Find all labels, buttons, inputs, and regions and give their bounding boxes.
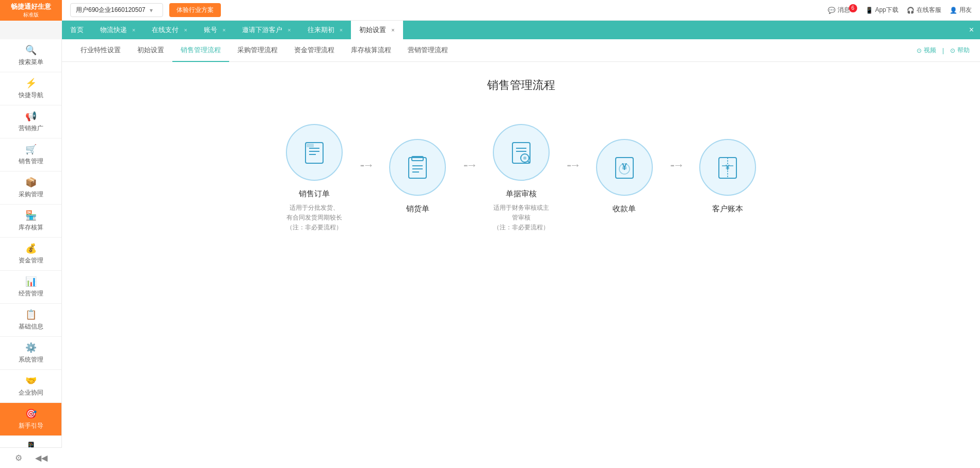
settings-icon[interactable]: ⚙ [15,453,22,463]
sidebar-label-finance: 资金管理 [19,256,43,265]
user-item[interactable]: 👤 用友 [950,6,972,14]
tab-close-icon[interactable]: × [222,27,226,33]
flow-label-receipt: 收款单 [613,204,636,214]
sidebar-bottom: ⚙ ◀◀ [0,447,62,468]
flow-diagram: 销售订单适用于分批发货、 有合同发货周期较长 （注：非必要流程）···→ 销货单… [83,124,959,233]
svg-point-15 [523,157,526,160]
flow-item-receipt[interactable]: ¥ 收款单 [583,139,666,218]
sidebar-item-finance[interactable]: 💰资金管理 [0,238,61,271]
close-all-tabs[interactable]: × [963,21,980,39]
flow-label-doc_audit: 单据审核 [506,189,537,199]
nav-tab-logistics[interactable]: 物流快递× [92,21,143,39]
nav-tab-period[interactable]: 往来期初× [299,21,351,39]
user-selector[interactable]: 用户690企业1660120507 ▾ [70,3,163,17]
operations-icon: 📊 [25,276,37,287]
video-icon: ⊙ [917,47,922,54]
collapse-icon[interactable]: ◀◀ [35,453,47,463]
flow-desc-doc_audit: 适用于财务审核或主 管审核 （注：非必要流程） [493,203,549,233]
sub-tab-finance_flow[interactable]: 资金管理流程 [286,39,343,62]
sidebar-item-inventory[interactable]: 🏪库存核算 [0,205,61,238]
sidebar-item-marketing[interactable]: 📢营销推广 [0,105,61,138]
logo: 畅捷通好生意 标准版 [0,0,62,21]
flow-item-sales_delivery[interactable]: 销货单 [376,139,459,218]
app-icon: 📱 [865,7,873,14]
sub-tabs-right: ⊙ 视频 | ⊙ 帮助 [917,46,970,55]
tab-close-icon[interactable]: × [391,27,394,33]
sales-icon: 🛒 [25,144,37,155]
sub-tab-inventory_flow[interactable]: 库存核算流程 [343,39,399,62]
sidebar-item-sales[interactable]: 🛒销售管理 [0,138,61,171]
sidebar-label-search: 搜索菜单 [19,58,43,67]
dropdown-arrow: ▾ [150,7,153,14]
system-icon: ⚙️ [25,342,37,353]
messages-badge: 6 [849,4,857,12]
sidebar-item-operations[interactable]: 📊经营管理 [0,271,61,304]
sidebar-label-baseinfo: 基础信息 [19,322,43,331]
flow-arrow-2: ···→ [463,159,475,198]
trial-button[interactable]: 体验行业方案 [169,3,221,17]
nav-tab-home[interactable]: 首页 [62,21,92,39]
purchase-icon: 📦 [25,177,37,188]
messages-label: 消息 [838,6,850,14]
video-link[interactable]: ⊙ 视频 [917,46,936,55]
sidebar-item-search[interactable]: 🔍搜索菜单 [0,39,61,72]
online-service-item[interactable]: 🎧 在线客服 [907,6,941,14]
help-link[interactable]: ⊙ 帮助 [950,46,970,55]
sidebar-label-purchase: 采购管理 [19,190,43,199]
sidebar-item-system[interactable]: ⚙️系统管理 [0,337,61,370]
help-icon: ⊙ [950,47,955,54]
inventory-icon: 🏪 [25,210,37,221]
sidebar-label-quicknav: 快捷导航 [19,91,43,100]
flow-item-customer_ledger[interactable]: ¥ 客户账本 [686,139,769,218]
message-icon: 💬 [828,7,836,14]
svg-text:¥: ¥ [622,162,627,172]
flow-item-sales_order[interactable]: 销售订单适用于分批发货、 有合同发货周期较长 （注：非必要流程） [273,124,356,233]
nav-tab-payment[interactable]: 在线支付× [143,21,195,39]
sidebar-item-enterprise[interactable]: 🤝企业协同 [0,370,61,403]
sub-tab-marketing_flow[interactable]: 营销管理流程 [399,39,456,62]
enterprise-icon: 🤝 [25,375,37,386]
sidebar-label-sales: 销售管理 [19,157,43,166]
divider: | [942,47,944,54]
flow-label-sales_delivery: 销货单 [406,204,429,214]
page-body: 销售管理流程 销售订单适用于分批发货、 有合同发货周期较长 （注：非必要流程）·… [62,62,980,248]
top-bar: 畅捷通好生意 标准版 用户690企业1660120507 ▾ 体验行业方案 💬 … [0,0,980,21]
nav-tab-init[interactable]: 初始设置× [351,21,403,39]
online-service-label: 在线客服 [917,6,941,14]
flow-item-doc_audit[interactable]: 单据审核适用于财务审核或主 管审核 （注：非必要流程） [480,124,563,233]
flow-circle-receipt: ¥ [596,139,653,196]
sub-tab-init[interactable]: 初始设置 [129,39,172,62]
sidebar-item-quicknav[interactable]: ⚡快捷导航 [0,72,61,105]
flow-circle-sales_delivery [389,139,446,196]
messages-item[interactable]: 💬 消息 6 [828,6,857,14]
sidebar-item-purchase[interactable]: 📦采购管理 [0,171,61,205]
sidebar-item-baseinfo[interactable]: 📋基础信息 [0,304,61,337]
tab-close-icon[interactable]: × [132,27,135,33]
sidebar-label-marketing: 营销推广 [19,124,43,133]
finance-icon: 💰 [25,243,37,254]
tab-close-icon[interactable]: × [184,27,187,33]
headset-icon: 🎧 [907,7,914,14]
baseinfo-icon: 📋 [25,309,37,320]
top-bar-right: 💬 消息 6 📱 App下载 🎧 在线客服 👤 用友 [828,6,972,14]
tab-close-icon[interactable]: × [340,27,343,33]
sidebar-item-newguide[interactable]: 🎯新手引导 [0,403,61,436]
app-download-item[interactable]: 📱 App下载 [865,6,898,14]
sub-tab-purchase_flow[interactable]: 采购管理流程 [229,39,286,62]
tab-close-icon[interactable]: × [287,27,291,33]
sub-tab-sales_flow[interactable]: 销售管理流程 [172,39,229,62]
quicknav-icon: ⚡ [25,77,37,89]
svg-rect-4 [307,144,314,147]
flow-circle-doc_audit [493,124,550,181]
sidebar-label-operations: 经营管理 [19,289,43,298]
logo-sub: 标准版 [23,11,39,19]
user-label: 用户690企业1660120507 [76,6,146,14]
app-download-label: App下载 [875,6,898,14]
sub-tab-industry[interactable]: 行业特性设置 [72,39,129,62]
search-icon: 🔍 [25,44,37,56]
nav-tab-invite[interactable]: 邀请下游客户× [234,21,299,39]
page-title: 销售管理流程 [83,77,959,93]
nav-tab-account[interactable]: 账号× [196,21,234,39]
sidebar-label-newguide: 新手引导 [19,422,43,430]
flow-desc-sales_order: 适用于分批发货、 有合同发货周期较长 （注：非必要流程） [286,203,342,233]
